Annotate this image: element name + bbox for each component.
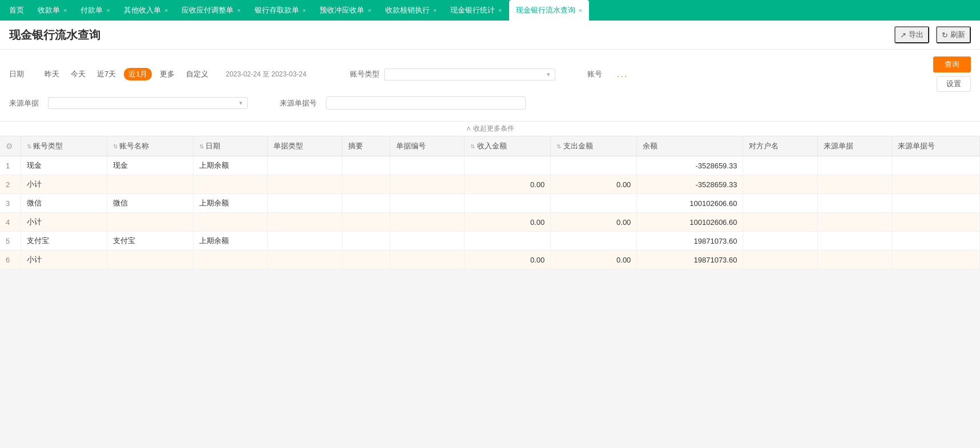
col-account-name[interactable]: ⇅ 账号名称 — [107, 136, 193, 156]
date-label: 日期 — [9, 69, 32, 79]
table-row[interactable]: 4小计0.000.00100102606.60 — [0, 213, 980, 232]
cell-counterpart — [743, 175, 817, 194]
cell-source-doc-no — [892, 194, 980, 213]
header-actions: ↗ 导出 ↻ 刷新 — [894, 26, 971, 43]
cell-source-doc-no — [892, 156, 980, 175]
cell-balance: -3528659.33 — [637, 156, 743, 175]
nav-item-other-income[interactable]: 其他收入单 × — [117, 0, 175, 21]
close-icon[interactable]: × — [164, 7, 168, 14]
gear-icon[interactable]: ⚙ — [6, 142, 13, 151]
table-row[interactable]: 2小计0.000.00-3528659.33 — [0, 175, 980, 194]
shortcut-custom[interactable]: 自定义 — [183, 68, 212, 80]
cell-balance: -3528659.33 — [637, 175, 743, 194]
nav-item-advance[interactable]: 预收冲应收单 × — [313, 0, 378, 21]
cell-account-name: 现金 — [107, 156, 193, 175]
cell-date: 上期余额 — [193, 232, 267, 251]
row-number: 3 — [0, 194, 21, 213]
filter-row-source: 来源单据 ▾ 来源单据号 — [9, 96, 971, 110]
row-number: 2 — [0, 175, 21, 194]
col-income[interactable]: ⇅ 收入金额 — [465, 136, 551, 156]
chevron-down-icon: ▾ — [547, 71, 550, 78]
nav-item-payment[interactable]: 付款单 × — [74, 0, 116, 21]
cell-doc-type — [268, 194, 342, 213]
cell-account-type: 支付宝 — [21, 232, 107, 251]
nav-item-bank-deposit[interactable]: 银行存取款单 × — [248, 0, 313, 21]
source-doc-select[interactable]: ▾ — [48, 97, 248, 109]
source-doc-no-input[interactable] — [326, 96, 526, 110]
row-number: 5 — [0, 232, 21, 251]
table-row[interactable]: 5支付宝支付宝上期余额19871073.60 — [0, 232, 980, 251]
row-number: 4 — [0, 213, 21, 232]
table-row[interactable]: 1现金现金上期余额-3528659.33 — [0, 156, 980, 175]
col-account-type[interactable]: ⇅ 账号类型 — [21, 136, 107, 156]
nav-item-flow-query[interactable]: 现金银行流水查询 × — [509, 0, 589, 21]
filter-area: 日期 昨天 今天 近7天 近1月 更多 自定义 2023-02-24 至 202… — [0, 50, 980, 122]
page-header: 现金银行流水查询 ↗ 导出 ↻ 刷新 — [0, 21, 980, 50]
cell-source-doc — [817, 194, 892, 213]
cell-income: 0.00 — [465, 251, 551, 269]
cell-account-type: 微信 — [21, 194, 107, 213]
col-expense[interactable]: ⇅ 支出金额 — [551, 136, 637, 156]
cell-doc-no — [390, 213, 464, 232]
close-icon[interactable]: × — [106, 7, 110, 14]
query-button[interactable]: 查询 — [933, 56, 971, 72]
account-type-select[interactable]: ▾ — [384, 68, 555, 80]
table-row[interactable]: 3微信微信上期余额100102606.60 — [0, 194, 980, 213]
cell-account-type: 小计 — [21, 251, 107, 269]
cell-account-name: 微信 — [107, 194, 193, 213]
cell-income: 0.00 — [465, 213, 551, 232]
data-table: ⚙ ⇅ 账号类型 ⇅ 账号名称 ⇅ 日期 单据类型 摘要 — [0, 136, 980, 269]
refresh-button[interactable]: ↻ 刷新 — [936, 26, 971, 43]
shortcut-1month[interactable]: 近1月 — [124, 68, 152, 80]
nav-item-verify[interactable]: 收款核销执行 × — [378, 0, 443, 21]
account-label: 账号 — [587, 69, 610, 79]
cell-source-doc-no — [892, 232, 980, 251]
table-header-row: ⚙ ⇅ 账号类型 ⇅ 账号名称 ⇅ 日期 单据类型 摘要 — [0, 136, 980, 156]
collapse-bar[interactable]: ∧ 收起更多条件 — [0, 122, 980, 136]
nav-item-stats[interactable]: 现金银行统计 × — [443, 0, 509, 21]
cell-account-type: 现金 — [21, 156, 107, 175]
close-icon[interactable]: × — [368, 7, 371, 14]
cell-doc-type — [268, 156, 342, 175]
col-balance: 余额 — [637, 136, 743, 156]
cell-account-name — [107, 175, 193, 194]
close-icon[interactable]: × — [433, 7, 437, 14]
nav-item-home[interactable]: 首页 — [2, 0, 31, 21]
cell-income — [465, 232, 551, 251]
cell-source-doc-no — [892, 213, 980, 232]
cell-account-name — [107, 251, 193, 269]
close-icon[interactable]: × — [303, 7, 306, 14]
cell-balance: 19871073.60 — [637, 251, 743, 269]
shortcut-yesterday[interactable]: 昨天 — [41, 68, 63, 80]
col-counterpart: 对方户名 — [743, 136, 817, 156]
cell-doc-type — [268, 175, 342, 194]
settings-button[interactable]: 设置 — [937, 76, 971, 92]
shortcut-today[interactable]: 今天 — [67, 68, 89, 80]
cell-source-doc — [817, 213, 892, 232]
shortcut-7days[interactable]: 近7天 — [94, 68, 119, 80]
cell-doc-type — [268, 251, 342, 269]
close-icon[interactable]: × — [237, 7, 240, 14]
export-button[interactable]: ↗ 导出 — [894, 26, 929, 43]
nav-item-receipt[interactable]: 收款单 × — [31, 0, 74, 21]
nav-item-adjustment[interactable]: 应收应付调整单 × — [175, 0, 247, 21]
cell-summary — [342, 175, 390, 194]
row-number: 1 — [0, 156, 21, 175]
col-date[interactable]: ⇅ 日期 — [193, 136, 267, 156]
top-navigation: 首页 收款单 × 付款单 × 其他收入单 × 应收应付调整单 × 银行存取款单 … — [0, 0, 980, 21]
source-doc-label: 来源单据 — [9, 98, 39, 108]
table-row[interactable]: 6小计0.000.0019871073.60 — [0, 251, 980, 269]
close-icon[interactable]: × — [498, 7, 502, 14]
cell-doc-no — [390, 194, 464, 213]
account-more-button[interactable]: ... — [615, 69, 630, 79]
cell-expense — [551, 156, 637, 175]
col-doc-type: 单据类型 — [268, 136, 342, 156]
close-icon[interactable]: × — [63, 7, 67, 14]
cell-account-name: 支付宝 — [107, 232, 193, 251]
shortcut-more[interactable]: 更多 — [156, 68, 178, 80]
date-range-display: 2023-02-24 至 2023-03-24 — [225, 70, 306, 79]
cell-summary — [342, 251, 390, 269]
cell-account-type: 小计 — [21, 213, 107, 232]
close-icon[interactable]: × — [579, 7, 582, 14]
cell-balance: 100102606.60 — [637, 194, 743, 213]
